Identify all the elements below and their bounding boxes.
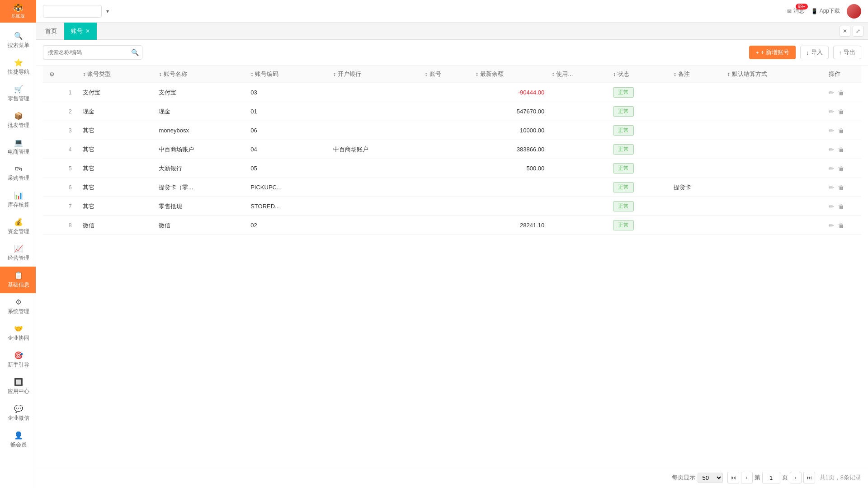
delete-button[interactable]: 🗑 [838, 108, 844, 115]
sidebar-item-新手引导[interactable]: 🎯 新手引导 [0, 347, 36, 373]
dropdown-arrow-icon: ▾ [106, 8, 109, 14]
sidebar-item-批发管理[interactable]: 📦 批发管理 [0, 107, 36, 134]
sidebar-item-企业协同[interactable]: 🤝 企业协同 [0, 320, 36, 347]
tab-bar: 首页 账号 ✕ ✕ ⤢ [36, 23, 868, 40]
sidebar-item-应用中心[interactable]: 🔲 应用中心 [0, 373, 36, 400]
col-remark[interactable]: ↕ 备注 [670, 66, 724, 83]
row-default [723, 121, 825, 140]
avatar[interactable] [847, 4, 861, 19]
tab-account[interactable]: 账号 ✕ [64, 23, 97, 40]
page-next-button[interactable]: › [790, 472, 802, 483]
add-icon: + [755, 49, 759, 56]
sidebar-item-畅会员[interactable]: 👤 畅会员 [0, 427, 36, 453]
delete-button[interactable]: 🗑 [838, 203, 844, 210]
sidebar-item-资金管理[interactable]: 💰 资金管理 [0, 213, 36, 240]
table-row: 1 支付宝 支付宝 03 -90444.00 正常 ✏ 🗑 [43, 83, 861, 102]
row-account [421, 102, 472, 121]
sidebar-item-搜索菜单[interactable]: 🔍 搜索菜单 [0, 27, 36, 54]
tab-home[interactable]: 首页 [38, 23, 64, 40]
col-gear[interactable]: ⚙ [43, 66, 61, 83]
per-page-select[interactable]: 50 100 200 [698, 473, 723, 483]
sidebar-item-label: 基础信息 [8, 281, 29, 289]
edit-button[interactable]: ✏ [829, 89, 834, 96]
page-first-button[interactable]: ⏮ [727, 472, 739, 483]
delete-button[interactable]: 🗑 [838, 89, 844, 96]
search-button[interactable]: 🔍 [127, 45, 142, 60]
col-default[interactable]: ↕ 默认结算方式 [723, 66, 825, 83]
row-code: PICKUPC... [247, 178, 330, 197]
delete-button[interactable]: 🗑 [838, 184, 844, 191]
edit-button[interactable]: ✏ [829, 222, 834, 229]
top-header: ▾ ✉ 消息 99+ 📱 App下载 [36, 0, 868, 23]
export-button[interactable]: ↑ 导出 [833, 46, 862, 59]
row-remark: 提货卡 [670, 178, 724, 197]
col-default-label: 默认结算方式 [732, 70, 767, 77]
sidebar-item-企业微信[interactable]: 💬 企业微信 [0, 400, 36, 427]
col-bank[interactable]: ↕ 开户银行 [330, 66, 421, 83]
row-use [548, 102, 609, 121]
sidebar-item-经营管理[interactable]: 📈 经营管理 [0, 240, 36, 267]
edit-button[interactable]: ✏ [829, 108, 834, 115]
row-actions: ✏ 🗑 [825, 159, 861, 178]
delete-button[interactable]: 🗑 [838, 222, 844, 229]
import-button[interactable]: ↓ 导入 [800, 46, 829, 59]
tab-close-icon[interactable]: ✕ [85, 28, 90, 34]
col-status-label: 状态 [618, 70, 629, 77]
delete-button[interactable]: 🗑 [838, 127, 844, 134]
row-actions: ✏ 🗑 [825, 102, 861, 121]
page-input[interactable] [762, 472, 780, 483]
add-account-button[interactable]: + + 新增账号 [749, 46, 796, 59]
row-remark [670, 159, 724, 178]
status-badge: 正常 [613, 201, 634, 211]
header-search-input[interactable] [43, 5, 102, 18]
edit-button[interactable]: ✏ [829, 184, 834, 191]
tab-close-all-button[interactable]: ✕ [840, 26, 850, 37]
row-account [421, 83, 472, 102]
logo-sub: 乐账版 [11, 13, 25, 19]
col-balance[interactable]: ↕ 最新余额 [472, 66, 548, 83]
sidebar-item-零售管理[interactable]: 🛒 零售管理 [0, 80, 36, 107]
row-num: 4 [61, 140, 79, 159]
row-gear [43, 159, 61, 178]
edit-button[interactable]: ✏ [829, 146, 834, 153]
app-download-button[interactable]: 📱 App下载 [811, 7, 840, 15]
edit-button[interactable]: ✏ [829, 127, 834, 134]
page-last-button[interactable]: ⏭ [803, 472, 815, 483]
table-row: 7 其它 零售抵现 STORED... 正常 ✏ 🗑 [43, 197, 861, 216]
col-num [61, 66, 79, 83]
row-remark [670, 140, 724, 159]
row-code: STORED... [247, 197, 330, 216]
row-code: 05 [247, 159, 330, 178]
page-nav: ⏮ ‹ 第 页 › ⏭ [727, 472, 815, 483]
search-input[interactable] [43, 49, 127, 56]
message-button[interactable]: ✉ 消息 99+ [787, 7, 804, 15]
row-code: 06 [247, 121, 330, 140]
page-total: 共1页，8条记录 [820, 474, 861, 482]
col-name[interactable]: ↕ 账号名称 [155, 66, 247, 83]
edit-button[interactable]: ✏ [829, 165, 834, 172]
sidebar-item-库存核算[interactable]: 📊 库存核算 [0, 187, 36, 213]
sidebar-icon: 🔲 [14, 378, 23, 386]
sidebar-item-基础信息[interactable]: 📋 基础信息 [0, 267, 36, 293]
sidebar-item-系统管理[interactable]: ⚙ 系统管理 [0, 293, 36, 320]
export-icon: ↑ [839, 49, 842, 56]
delete-button[interactable]: 🗑 [838, 146, 844, 153]
col-account[interactable]: ↕ 账号 [421, 66, 472, 83]
col-type[interactable]: ↕ 账号类型 [79, 66, 155, 83]
col-code[interactable]: ↕ 账号编码 [247, 66, 330, 83]
row-remark [670, 121, 724, 140]
col-status[interactable]: ↕ 状态 [609, 66, 670, 83]
sidebar-item-快捷导航[interactable]: ⭐ 快捷导航 [0, 54, 36, 80]
status-badge: 正常 [613, 144, 634, 155]
app-icon: 📱 [811, 8, 818, 14]
page-prev-button[interactable]: ‹ [741, 472, 753, 483]
header-dropdown[interactable]: ▾ [106, 8, 109, 14]
col-use[interactable]: ↕ 使用... [548, 66, 609, 83]
delete-button[interactable]: 🗑 [838, 165, 844, 172]
sidebar-item-电商管理[interactable]: 💻 电商管理 [0, 134, 36, 160]
sidebar-item-采购管理[interactable]: 🛍 采购管理 [0, 160, 36, 187]
edit-button[interactable]: ✏ [829, 203, 834, 210]
row-use [548, 178, 609, 197]
tab-maximize-button[interactable]: ⤢ [853, 26, 863, 37]
export-label: 导出 [844, 48, 855, 56]
